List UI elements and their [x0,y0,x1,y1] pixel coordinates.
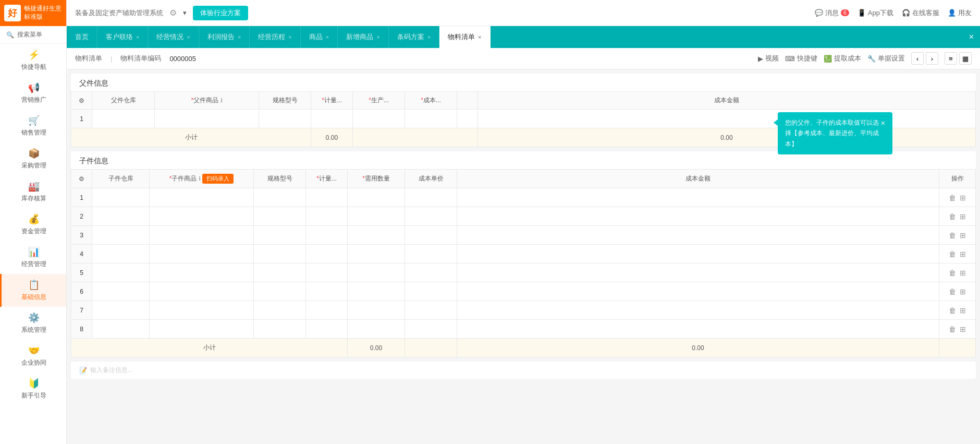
expand-btn[interactable]: ▦ [959,52,972,65]
child-unit-cost-1[interactable] [405,188,457,207]
trial-button[interactable]: 体验行业方案 [193,6,248,20]
tab-close-operation-status[interactable]: × [187,34,190,40]
close-all-tabs[interactable]: × [963,32,980,42]
purchase-icon: 📦 [28,148,40,159]
tab-new-product[interactable]: 新增商品 × [338,26,388,48]
collapse-btn[interactable]: ≡ [945,52,957,65]
child-col-warehouse: 子件仓库 [92,170,150,188]
tab-bom-list[interactable]: 物料清单 × [439,26,490,48]
tab-close-new-product[interactable]: × [376,34,379,40]
tab-operation-status[interactable]: 经营情况 × [148,26,199,48]
parent-product-1[interactable] [155,110,259,128]
tab-customer[interactable]: 客户联络 × [97,26,148,48]
delete-row-7[interactable]: 🗑 [948,305,957,316]
breadcrumb-bom: 物料清单 [75,54,102,63]
child-seq-7: 7 [71,301,92,320]
parent-warehouse-1[interactable] [92,110,155,128]
parent-col-spec: 规格型号 [259,92,311,110]
delete-row-8[interactable]: 🗑 [948,324,957,334]
child-warehouse-1[interactable] [92,188,150,207]
copy-row-5[interactable]: ⊞ [959,268,967,278]
copy-row-6[interactable]: ⊞ [959,286,967,297]
delete-row-3[interactable]: 🗑 [948,230,957,241]
sidebar-item-guide[interactable]: 🔰 新手引导 [0,373,66,405]
sidebar-item-label: 系统管理 [21,326,46,334]
tab-barcode[interactable]: 条码方案 × [389,26,439,48]
user-item[interactable]: 👤 用友 [948,8,972,18]
message-item[interactable]: 💬 消息 6 [815,8,849,18]
keyboard-icon: ⌨ [785,55,795,63]
tab-close-bom[interactable]: × [478,34,481,40]
delete-row-5[interactable]: 🗑 [948,268,957,278]
copy-row-4[interactable]: ⊞ [959,249,967,259]
online-service-item[interactable]: 🎧 在线客服 [902,8,939,18]
child-cost-amount-1 [457,188,939,207]
scan-input-btn[interactable]: 扫码录入 [202,174,234,184]
tab-home[interactable]: 首页 [67,26,97,48]
child-unit-1[interactable] [306,188,348,207]
delete-row-6[interactable]: 🗑 [948,286,957,297]
extract-cost-button[interactable]: 💹 提取成本 [824,54,861,63]
topbar-right: 💬 消息 6 📱 App下载 🎧 在线客服 👤 用友 [815,8,972,18]
shortcut-button[interactable]: ⌨ 快捷键 [785,54,817,63]
parent-subtotal-cost: 0.00 [478,128,976,147]
child-warehouse-2[interactable] [92,207,150,226]
child-product-1[interactable] [150,188,254,207]
sidebar-item-marketing[interactable]: 📢 营销推广 [0,77,66,110]
child-unit-cost-2[interactable] [405,207,457,226]
parent-spec-1[interactable] [259,110,311,128]
copy-row-7[interactable]: ⊞ [959,305,967,316]
copy-row-2[interactable]: ⊞ [959,211,967,222]
delete-row-4[interactable]: 🗑 [948,249,957,259]
sidebar-item-purchase[interactable]: 📦 采购管理 [0,142,66,175]
search-menu[interactable]: 🔍 搜索菜单 [0,26,66,44]
tab-operation-history[interactable]: 经营历程 × [250,26,300,48]
sidebar-item-finance[interactable]: 💰 资金管理 [0,208,66,241]
sidebar-item-inventory[interactable]: 🏭 库存核算 [0,175,66,208]
copy-row-8[interactable]: ⊞ [959,324,967,334]
tab-close-product[interactable]: × [326,34,329,40]
copy-row-1[interactable]: ⊞ [959,193,967,203]
sidebar-item-quick-nav[interactable]: ⚡ 快捷导航 [0,44,66,77]
child-spec-1[interactable] [254,188,306,207]
sidebar-item-label: 经营管理 [21,260,46,269]
parent-cost-1[interactable] [405,110,457,128]
tab-profit-report[interactable]: 利润报告 × [199,26,250,48]
prev-record[interactable]: ‹ [911,52,924,65]
app-download-item[interactable]: 📱 App下载 [858,8,893,18]
note-placeholder[interactable]: 输入备注信息... [90,366,133,375]
delete-row-2[interactable]: 🗑 [948,211,957,222]
copy-row-3[interactable]: ⊞ [959,230,967,241]
child-seq-5: 5 [71,263,92,282]
sidebar-item-enterprise[interactable]: 🤝 企业协同 [0,340,66,373]
play-icon: ▶ [758,55,763,63]
child-spec-2[interactable] [254,207,306,226]
child-qty-2[interactable] [348,207,405,226]
settings-icon[interactable]: ⚙ [169,8,177,18]
tab-close-customer[interactable]: × [136,34,139,40]
child-seq-4: 4 [71,245,92,263]
sidebar-item-sales[interactable]: 🛒 销售管理 [0,110,66,142]
sidebar-item-basic-info[interactable]: 📋 基础信息 [0,274,66,307]
single-setting-button[interactable]: 🔧 单据设置 [867,54,905,63]
view-button[interactable]: ▶ 视频 [758,54,779,63]
sidebar-item-operation[interactable]: 📊 经营管理 [0,241,66,274]
parent-col-unit: *计量... [311,92,353,110]
tooltip-close-btn[interactable]: × [881,117,885,130]
parent-produce-1[interactable] [353,110,405,128]
sidebar-item-label: 新手引导 [21,391,46,400]
next-record[interactable]: › [926,52,938,65]
child-qty-1[interactable] [348,188,405,207]
tab-product[interactable]: 商品 × [301,26,338,48]
child-unit-2[interactable] [306,207,348,226]
parent-col-settings: ⚙ [71,92,92,110]
child-actions-2: 🗑 ⊞ [939,207,976,226]
delete-row-1[interactable]: 🗑 [948,193,957,203]
child-product-2[interactable] [150,207,254,226]
tab-close-profit-report[interactable]: × [238,34,241,40]
breadcrumb-sep: | [111,55,112,63]
tab-close-barcode[interactable]: × [427,34,431,40]
tab-close-operation-history[interactable]: × [288,34,291,40]
parent-unit-1[interactable] [311,110,353,128]
sidebar-item-system[interactable]: ⚙️ 系统管理 [0,307,66,340]
